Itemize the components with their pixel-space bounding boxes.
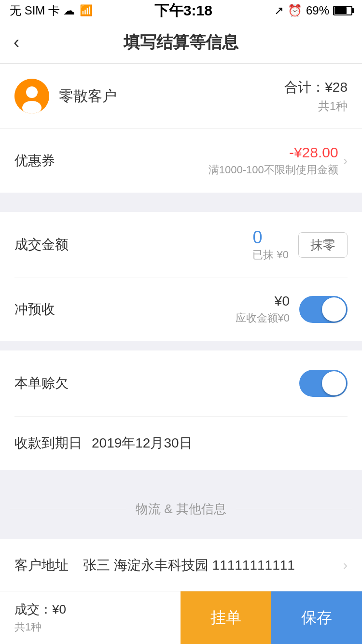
page-title: 填写结算等信息 <box>124 31 238 54</box>
svg-point-1 <box>26 86 38 98</box>
divider-2 <box>0 341 362 350</box>
pre-collection-label: 冲预收 <box>14 300 55 319</box>
logistics-line-left <box>10 509 126 509</box>
transaction-amount-row: 成交金额 0 已抹 ¥0 抹零 <box>14 212 348 278</box>
customer-section: 零散客户 合计：¥28 共1种 优惠券 -¥28.00 满1000-100不限制… <box>0 64 362 193</box>
status-time: 下午3:18 <box>154 1 212 21</box>
logistics-label: 物流 & 其他信息 <box>136 501 226 518</box>
round-zero-button[interactable]: 抹零 <box>298 232 348 258</box>
address-label: 客户地址 <box>14 556 69 574</box>
pre-sub-amount: 应收金额¥0 <box>236 311 290 325</box>
back-button[interactable]: ‹ <box>14 32 19 53</box>
coupon-desc: 满1000-100不限制使用金额 <box>209 163 338 177</box>
bad-debt-section: 本单赊欠 收款到期日 2019年12月30日 <box>0 350 362 470</box>
bottom-transaction-amount: ¥0 <box>52 602 66 616</box>
logistics-line-right <box>236 509 352 509</box>
bad-debt-label: 本单赊欠 <box>14 374 69 392</box>
bottom-bar: 成交：¥0 共1种 挂单 保存 <box>0 591 362 644</box>
pre-collection-toggle[interactable] <box>299 296 348 323</box>
pre-amounts: ¥0 应收金额¥0 <box>236 294 290 325</box>
avatar-icon <box>14 79 49 113</box>
total-count: 共1种 <box>284 98 348 114</box>
pre-right: ¥0 应收金额¥0 <box>236 294 348 325</box>
customer-row: 零散客户 合计：¥28 共1种 <box>0 64 362 128</box>
transaction-section: 成交金额 0 已抹 ¥0 抹零 冲预收 ¥0 应收金额¥0 <box>0 212 362 341</box>
bottom-transaction-label: 成交： <box>14 602 52 616</box>
transaction-right: 0 已抹 ¥0 抹零 <box>252 227 348 262</box>
coupon-row[interactable]: 优惠券 -¥28.00 满1000-100不限制使用金额 › <box>0 128 362 193</box>
coupon-right: -¥28.00 满1000-100不限制使用金额 › <box>209 144 348 177</box>
due-date-label: 收款到期日 <box>14 434 82 452</box>
avatar <box>14 79 49 113</box>
due-date-value: 2019年12月30日 <box>92 434 193 452</box>
coupon-label: 优惠券 <box>14 152 55 170</box>
logistics-divider: 物流 & 其他信息 <box>0 489 362 529</box>
bad-debt-toggle-knob <box>322 371 346 395</box>
address-section: 客户地址 张三 海淀永丰科技园 11111111111 › <box>0 539 362 592</box>
customer-right: 合计：¥28 共1种 <box>284 78 348 114</box>
customer-left: 零散客户 <box>14 79 117 113</box>
bottom-info: 成交：¥0 共1种 <box>0 601 181 634</box>
divider-1 <box>0 202 362 212</box>
coupon-value: -¥28.00 满1000-100不限制使用金额 <box>209 144 338 177</box>
battery-icon <box>333 6 352 15</box>
bad-debt-toggle[interactable] <box>299 370 348 397</box>
nav-bar: ‹ 填写结算等信息 <box>0 21 362 64</box>
location-icon: ↗ <box>274 4 284 17</box>
status-left: 无 SIM 卡 ☁ 📶 <box>10 3 93 18</box>
bottom-transaction: 成交：¥0 <box>14 601 166 618</box>
hold-button[interactable]: 挂单 <box>181 591 271 644</box>
wifi-icon: 📶 <box>80 4 93 17</box>
total-amount: 合计：¥28 <box>284 78 348 97</box>
battery-percent: 69% <box>306 4 329 17</box>
save-button[interactable]: 保存 <box>271 591 362 644</box>
chevron-right-icon: › <box>343 153 348 168</box>
bad-debt-row: 本单赊欠 <box>14 350 348 417</box>
customer-name: 零散客户 <box>59 86 117 106</box>
bottom-count: 共1种 <box>14 620 166 634</box>
pre-collection-row: 冲预收 ¥0 应收金额¥0 <box>14 278 348 341</box>
due-date-row: 收款到期日 2019年12月30日 <box>14 417 348 470</box>
status-right: ↗ ⏰ 69% <box>274 4 352 17</box>
pre-main-amount: ¥0 <box>236 294 290 309</box>
transaction-label: 成交金额 <box>14 236 69 254</box>
address-value: 张三 海淀永丰科技园 11111111111 <box>83 556 329 574</box>
alarm-icon: ⏰ <box>288 4 302 17</box>
divider-3 <box>0 479 362 489</box>
status-bar: 无 SIM 卡 ☁ 📶 下午3:18 ↗ ⏰ 69% <box>0 0 362 21</box>
no-sim-label: 无 SIM 卡 ☁ <box>10 3 75 18</box>
address-row[interactable]: 客户地址 张三 海淀永丰科技园 11111111111 › <box>14 539 348 592</box>
coupon-amount: -¥28.00 <box>209 144 338 161</box>
address-chevron-icon: › <box>343 558 348 573</box>
transaction-amount: 0 <box>252 227 289 248</box>
toggle-knob <box>322 297 346 322</box>
already-rounded: 已抹 ¥0 <box>252 248 289 262</box>
